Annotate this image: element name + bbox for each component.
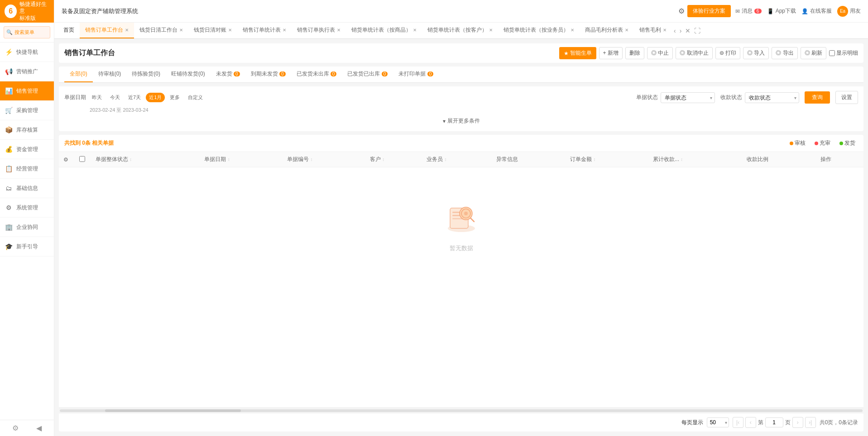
page-prev-button[interactable]: ‹ <box>745 417 756 428</box>
tab-sales-order-exec[interactable]: 销售订单执行表 ✕ <box>292 23 346 38</box>
tab-home[interactable]: 首页 <box>58 23 80 38</box>
th-checkbox[interactable] <box>73 152 91 167</box>
tab-sales-by-product[interactable]: 销货单统计表（按商品） ✕ <box>346 23 422 38</box>
subtab-overdue-not-shipped[interactable]: 到期未发货 0 <box>245 66 291 82</box>
experience-button[interactable]: 体验行业方案 <box>687 5 731 17</box>
sidebar-item-marketing[interactable]: 📢 营销推广 <box>0 62 54 81</box>
date-btn-custom[interactable]: 自定义 <box>185 93 206 102</box>
tab-close-icon[interactable]: ✕ <box>228 28 232 33</box>
collapse-icon[interactable]: ◀ <box>36 424 42 432</box>
page-number-input[interactable] <box>765 417 783 427</box>
tab-close-icon[interactable]: ✕ <box>125 28 129 33</box>
tab-close-icon[interactable]: ✕ <box>179 28 183 33</box>
subtab-not-shipped[interactable]: 未发货 0 <box>211 66 245 82</box>
show-detail-checkbox[interactable] <box>829 50 835 56</box>
expand-conditions-button[interactable]: ▾ 展开更多条件 <box>64 115 858 127</box>
page-size-select[interactable]: 50 10 20 100 <box>707 417 729 427</box>
status-select[interactable]: 单据状态 <box>661 92 715 103</box>
horizontal-scrollbar[interactable] <box>59 408 863 413</box>
sidebar-item-enterprise[interactable]: 🏢 企业协同 <box>0 218 54 237</box>
page-first-button[interactable]: |‹ <box>733 417 743 428</box>
page-last-button[interactable]: ›| <box>805 417 816 428</box>
scrollbar-track[interactable] <box>60 409 863 412</box>
sidebar-item-quick-nav[interactable]: ⚡ 快捷导航 <box>0 43 54 62</box>
subtab-shipped-out[interactable]: 已发货已出库 0 <box>342 66 393 82</box>
add-button[interactable]: + 新增 <box>599 47 623 59</box>
sidebar-item-system[interactable]: ⚙ 系统管理 <box>0 198 54 218</box>
review-action-button[interactable]: 审核 <box>787 138 808 148</box>
empty-state: 暂无数据 <box>59 167 863 280</box>
date-btn-today[interactable]: 今天 <box>107 93 123 102</box>
th-customer[interactable]: 客户 ↕ <box>365 152 422 167</box>
date-btn-yesterday[interactable]: 昨天 <box>89 93 105 102</box>
tab-close-icon[interactable]: ✕ <box>413 28 417 33</box>
sidebar-item-basic[interactable]: 🗂 基础信息 <box>0 179 54 198</box>
page-next-button[interactable]: › <box>792 417 803 428</box>
sidebar-item-operations[interactable]: 📋 经营管理 <box>0 159 54 179</box>
date-btn-1month[interactable]: 近1月 <box>146 93 165 102</box>
sidebar-item-finance[interactable]: 💰 资金管理 <box>0 140 54 159</box>
online-service-button[interactable]: 👤 在线客服 <box>801 7 832 15</box>
settings-bottom-icon[interactable]: ⚙ <box>12 424 19 432</box>
tab-product-margin[interactable]: 商品毛利分析表 ✕ <box>580 23 634 38</box>
set-button[interactable]: 设置 <box>835 91 858 104</box>
th-status[interactable]: 单据整体状态 ↕ <box>91 152 200 167</box>
subtab-all[interactable]: 全部(0) <box>64 66 93 82</box>
payment-select[interactable]: 收款状态 <box>745 92 799 103</box>
ship-action-button[interactable]: 发货 <box>837 138 858 148</box>
tab-nav-next-icon[interactable]: › <box>678 25 684 36</box>
search-menu-button[interactable]: 🔍 搜索菜单 <box>4 26 50 38</box>
tab-cash-daily-workbench[interactable]: 钱货日清工作台 ✕ <box>134 23 188 38</box>
th-salesman[interactable]: 业务员 ↕ <box>422 152 492 167</box>
th-cumulative[interactable]: 累计收款... ↕ <box>648 152 742 167</box>
sidebar-item-purchase[interactable]: 🛒 采购管理 <box>0 101 54 120</box>
tab-expand-icon[interactable]: ⛶ <box>692 25 702 36</box>
sidebar-item-inventory[interactable]: 📦 库存核算 <box>0 120 54 140</box>
smart-create-button[interactable]: ★ 智能生单 <box>559 47 596 59</box>
date-btn-7days[interactable]: 近7天 <box>125 93 144 102</box>
tab-sales-margin[interactable]: 销售毛利 ✕ <box>634 23 672 38</box>
tab-close-icon[interactable]: ✕ <box>489 28 493 33</box>
subtab-pending-check[interactable]: 待拣验货(0) <box>126 66 166 82</box>
tab-cash-daily-reconcile[interactable]: 钱货日清对账 ✕ <box>188 23 237 38</box>
message-button[interactable]: ✉ 消息 6 <box>735 7 762 15</box>
tab-close-all-icon[interactable]: ✕ <box>683 25 692 36</box>
stop-button[interactable]: ◎ 中止 <box>647 47 673 59</box>
tab-close-icon[interactable]: ✕ <box>663 28 667 33</box>
date-range-text: 2023-02-24 至 2023-03-24 <box>90 107 149 114</box>
subtab-wangpu-pending[interactable]: 旺铺待发货(0) <box>166 66 211 82</box>
tab-sales-by-salesman[interactable]: 销货单统计表（按业务员） ✕ <box>498 23 580 38</box>
select-all-checkbox[interactable] <box>79 156 85 162</box>
th-setting[interactable]: ⚙ <box>59 152 73 167</box>
tab-sales-order-stats[interactable]: 销售订单统计表 ✕ <box>237 23 292 38</box>
th-number[interactable]: 单据编号 ↕ <box>283 152 365 167</box>
tab-close-icon[interactable]: ✕ <box>625 28 628 33</box>
tab-close-icon[interactable]: ✕ <box>571 28 574 33</box>
tab-close-icon[interactable]: ✕ <box>337 28 340 33</box>
gear-icon[interactable]: ⚙ <box>678 7 685 15</box>
show-detail-checkbox-label[interactable]: 显示明细 <box>829 49 858 57</box>
tab-close-icon[interactable]: ✕ <box>283 28 286 33</box>
query-button[interactable]: 查询 <box>805 91 830 104</box>
delete-button[interactable]: 删除 <box>625 47 644 59</box>
tab-sales-by-customer[interactable]: 销货单统计表（按客户） ✕ <box>422 23 498 38</box>
app-download-button[interactable]: 📱 App下载 <box>767 7 796 15</box>
print-button[interactable]: ⊜ 打印 <box>715 47 740 59</box>
th-date[interactable]: 单据日期 ↕ <box>200 152 283 167</box>
scrollbar-thumb[interactable] <box>105 409 241 412</box>
subtab-shipped-not-out[interactable]: 已发货未出库 0 <box>291 66 342 82</box>
th-amount[interactable]: 订单金额 ↕ <box>566 152 648 167</box>
subtab-not-printed[interactable]: 未打印单据 0 <box>393 66 439 82</box>
export-button[interactable]: ◎ 导出 <box>772 47 797 59</box>
sidebar-item-sales[interactable]: 📊 销售管理 <box>0 81 54 101</box>
refresh-button[interactable]: ◎ 刷新 <box>801 47 826 59</box>
subtab-pending-review[interactable]: 待审核(0) <box>93 66 127 82</box>
tab-nav-prev-icon[interactable]: ‹ <box>672 25 678 36</box>
user-menu-button[interactable]: Ea 用友 <box>837 6 861 17</box>
cancel-stop-button[interactable]: ◎ 取消中止 <box>676 47 712 59</box>
sidebar-item-guide[interactable]: 🎓 新手引导 <box>0 237 54 256</box>
tab-sales-order-workbench[interactable]: 销售订单工作台 ✕ <box>80 23 134 38</box>
cancel-review-action-button[interactable]: 充审 <box>812 138 833 148</box>
date-btn-more[interactable]: 更多 <box>167 93 183 102</box>
import-button[interactable]: ◎ 导入 <box>743 47 769 59</box>
